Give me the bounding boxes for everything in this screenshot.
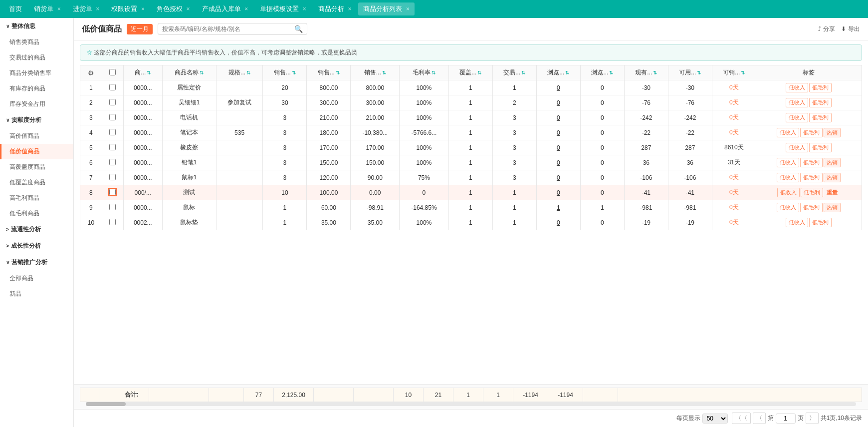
cell-available: -30 [668, 80, 712, 95]
total-coverage: 10 [394, 388, 424, 402]
cell-saleable: 0天 [712, 185, 756, 200]
prev-page-btn[interactable]: 〈 [753, 413, 766, 424]
row-checkbox[interactable] [109, 174, 116, 180]
cell-margin: 100% [400, 140, 449, 155]
export-button[interactable]: ⬇ 导出 [841, 25, 860, 33]
scrollbar-thumb[interactable] [86, 402, 126, 406]
sidebar-group-growth[interactable]: > 成长性分析 [0, 238, 73, 254]
sidebar-item-low-coverage[interactable]: 低覆盖度商品 [0, 175, 73, 190]
search-icon[interactable]: 🔍 [294, 25, 303, 33]
sidebar-item-high-margin[interactable]: 高毛利商品 [0, 190, 73, 206]
nav-analysis[interactable]: 商品分析 × [313, 2, 357, 15]
nav-home[interactable]: 首页 [4, 2, 27, 15]
sidebar-group-overall[interactable]: ∨ 整体信息 [0, 18, 73, 34]
col-sale-amount[interactable]: 销售...⇅ [351, 65, 400, 80]
col-current[interactable]: 现有...⇅ [624, 65, 668, 80]
cell-view1[interactable]: 0 [536, 80, 580, 95]
col-saleable[interactable]: 可销...⇅ [712, 65, 756, 80]
col-view1[interactable]: 浏览...⇅ [536, 65, 580, 80]
time-filter-btn[interactable]: 近一月 [127, 24, 153, 34]
sidebar-item-category-rate[interactable]: 商品分类销售率 [0, 65, 73, 81]
sidebar-item-high-value[interactable]: 高价值商品 [0, 128, 73, 144]
cell-code: 0000... [124, 80, 162, 95]
col-code[interactable]: 商...⇅ [124, 65, 162, 80]
first-page-btn[interactable]: 〈〈 [732, 413, 751, 424]
sidebar-group-marketing[interactable]: ∨ 营销推广分析 [0, 254, 73, 271]
cell-name: 笔记本 [162, 125, 216, 140]
sidebar-item-capital[interactable]: 库存资金占用 [0, 96, 73, 112]
col-view2[interactable]: 浏览...⇅ [580, 65, 624, 80]
share-icon: ⤴ [818, 25, 821, 32]
col-available[interactable]: 可用...⇅ [668, 65, 712, 80]
sidebar-item-traded[interactable]: 交易过的商品 [0, 50, 73, 65]
cell-view1[interactable]: 0 [536, 170, 580, 185]
share-button[interactable]: ⤴ 分享 [818, 25, 835, 33]
next-page-btn[interactable]: 〉 [806, 413, 819, 424]
settings-icon[interactable]: ⚙ [88, 69, 94, 77]
cell-code: 0000... [124, 95, 162, 110]
cell-name: 测试 [162, 185, 216, 200]
col-trade[interactable]: 交易...⇅ [492, 65, 536, 80]
table-header-row: ⚙ 商...⇅ 商品名称⇅ 规格...⇅ 销售...⇅ 销售...⇅ 销售...… [80, 65, 862, 80]
cell-checkbox [102, 125, 123, 140]
row-checkbox[interactable] [109, 144, 116, 150]
row-checkbox[interactable] [109, 204, 116, 210]
row-checkbox[interactable] [109, 129, 116, 135]
nav-sales[interactable]: 销货单 × [29, 2, 66, 15]
nav-templates[interactable]: 单据模板设置 × [255, 2, 311, 15]
tag-item: 低收入 [786, 113, 808, 122]
sidebar-item-low-value[interactable]: 低价值商品 [0, 144, 73, 159]
sidebar-item-low-margin[interactable]: 低毛利商品 [0, 206, 73, 221]
tag-item: 低毛利 [809, 98, 832, 107]
cell-saleable: 0天 [712, 95, 756, 110]
sidebar-item-all-products[interactable]: 全部商品 [0, 271, 73, 286]
sidebar-item-sales-products[interactable]: 销售类商品 [0, 34, 73, 50]
col-name[interactable]: 商品名称⇅ [162, 65, 216, 80]
cell-view1[interactable]: 0 [536, 215, 580, 230]
nav-purchase[interactable]: 进货单 × [68, 2, 105, 15]
scrollbar-track[interactable] [86, 402, 856, 406]
cell-no: 3 [80, 110, 102, 125]
nav-roles[interactable]: 角色授权 × [152, 2, 195, 15]
cell-view1[interactable]: 0 [536, 155, 580, 170]
col-sale-qty[interactable]: 销售...⇅ [263, 65, 307, 80]
cell-view1[interactable]: 0 [536, 185, 580, 200]
search-input[interactable] [162, 25, 292, 32]
cell-view1[interactable]: 0 [536, 110, 580, 125]
cell-view1[interactable]: 0 [536, 140, 580, 155]
row-checkbox[interactable] [109, 219, 116, 225]
row-checkbox[interactable] [109, 114, 116, 120]
sidebar-group-contribution[interactable]: ∨ 贡献度分析 [0, 112, 73, 128]
row-checkbox[interactable] [109, 99, 116, 105]
page-number-input[interactable] [776, 414, 796, 424]
nav-permissions[interactable]: 权限设置 × [106, 2, 150, 15]
nav-warehouse[interactable]: 产成品入库单 × [197, 2, 253, 15]
nav-analysis-list[interactable]: 商品分析列表 × [358, 2, 415, 15]
col-spec[interactable]: 规格...⇅ [216, 65, 263, 80]
cell-view1[interactable]: 0 [536, 95, 580, 110]
cell-trade: 1 [492, 215, 536, 230]
row-checkbox[interactable] [109, 159, 116, 165]
cell-view1[interactable]: 0 [536, 125, 580, 140]
select-all-checkbox[interactable] [109, 69, 116, 75]
page-size-dropdown[interactable]: 50 100 200 [702, 414, 728, 424]
cell-name: 橡皮擦 [162, 140, 216, 155]
sidebar-item-new-products[interactable]: 新品 [0, 286, 73, 302]
cell-checkbox [102, 80, 123, 95]
row-checkbox[interactable] [109, 189, 116, 195]
sidebar-item-high-coverage[interactable]: 高覆盖度商品 [0, 159, 73, 175]
col-sale-price[interactable]: 销售...⇅ [307, 65, 351, 80]
cell-checkbox [102, 95, 123, 110]
col-coverage[interactable]: 覆盖...⇅ [448, 65, 492, 80]
sidebar-group-flow[interactable]: > 流通性分析 [0, 221, 73, 238]
col-margin[interactable]: 毛利率⇅ [400, 65, 449, 80]
cell-code: 0000... [124, 155, 162, 170]
row-checkbox[interactable] [109, 84, 116, 90]
export-icon: ⬇ [841, 25, 846, 32]
tag-item: 低收入 [777, 188, 800, 197]
cell-view1[interactable]: 1 [536, 200, 580, 215]
cell-sale-amount: -98.91 [351, 200, 400, 215]
col-settings[interactable]: ⚙ [80, 65, 102, 80]
cell-trade: 1 [492, 185, 536, 200]
sidebar-item-stock[interactable]: 有库存的商品 [0, 81, 73, 96]
